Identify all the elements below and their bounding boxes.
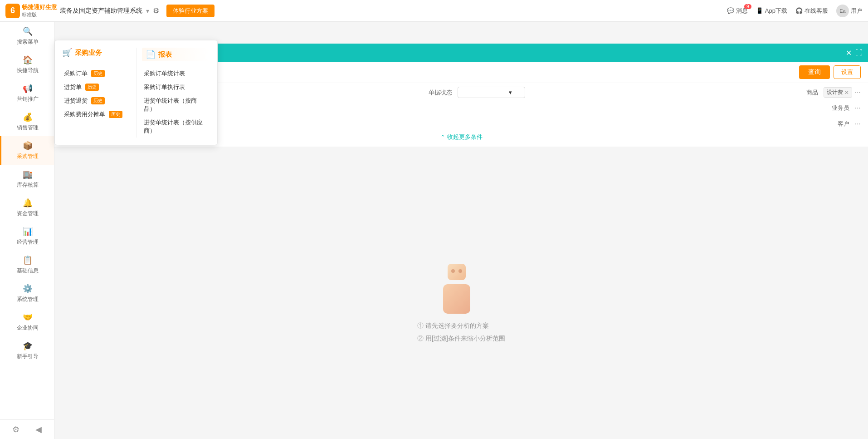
brand-name: 畅捷通好生意 — [22, 4, 57, 11]
dropdown-cols: 🛒 采购业务 采购订单 历史 进货单 历史 进货退货 历史 采购费用分摊单 历史 — [62, 48, 210, 138]
sidebar-bottom: ⚙ ◀ — [0, 419, 54, 439]
robot-eye-left — [451, 269, 455, 273]
phone-icon: 📱 — [756, 7, 763, 14]
sidebar-item-quick-nav[interactable]: 🏠 快捷导航 — [0, 50, 54, 79]
dropdown-item-report-3[interactable]: 进货单统计表（按供应商） — [142, 116, 210, 138]
sidebar-item-system[interactable]: ⚙️ 系统管理 — [0, 279, 54, 308]
collapse-up-icon: ⌃ — [440, 134, 445, 141]
doc-status-label: 单据状态 — [429, 89, 452, 97]
dropdown-menu: 🛒 采购业务 采购订单 历史 进货单 历史 进货退货 历史 采购费用分摊单 历史 — [54, 40, 218, 145]
empty-state: ① 请先选择要分析的方案 ② 用[过滤]条件来缩小分析范围 — [54, 147, 868, 439]
empty-illustration — [436, 264, 486, 314]
empty-hint-1: ① 请先选择要分析的方案 — [417, 319, 505, 332]
dropdown-item-purchase-receipt[interactable]: 进货单 历史 — [62, 80, 131, 94]
megaphone-icon: 📢 — [23, 84, 33, 94]
message-icon: 💬 — [727, 7, 734, 14]
bell-icon: 🔔 — [23, 198, 33, 208]
history-badge-1: 历史 — [85, 84, 99, 91]
robot-body — [443, 284, 470, 314]
sidebar-item-inventory[interactable]: 🏬 库存核算 — [0, 165, 54, 193]
system-settings-icon[interactable]: ⚙ — [153, 6, 159, 15]
chevron-down-icon: ▾ — [509, 89, 512, 96]
sidebar-item-operation[interactable]: 📊 经营管理 — [0, 222, 54, 251]
avatar: Ea — [836, 5, 849, 17]
goods-tag-close[interactable]: ✕ — [844, 89, 849, 96]
sidebar-item-purchase[interactable]: 📦 采购管理 — [0, 136, 54, 165]
bottom-settings-icon[interactable]: ⚙ — [12, 424, 20, 434]
logo-icon: 6 — [5, 4, 20, 18]
dropdown-col-purchase: 🛒 采购业务 采购订单 历史 进货单 历史 进货退货 历史 采购费用分摊单 历史 — [62, 48, 131, 138]
goods-tag: 设计费 ✕ — [824, 87, 852, 98]
robot-eye-right — [458, 269, 462, 273]
close-window-icon[interactable]: ✕ — [846, 49, 852, 57]
collapse-sidebar-icon[interactable]: ◀ — [35, 424, 42, 434]
dropdown-item-purchase-return[interactable]: 进货退货 历史 — [62, 94, 131, 108]
box-icon: 📦 — [23, 141, 33, 151]
robot-head — [448, 264, 466, 280]
maximize-icon[interactable]: ⛶ — [855, 49, 863, 57]
sidebar-item-marketing[interactable]: 📢 营销推广 — [0, 79, 54, 108]
dropdown-divider — [136, 48, 137, 138]
goods-label: 商品 — [806, 89, 818, 97]
dropdown-item-report-1[interactable]: 采购订单执行表 — [142, 80, 210, 94]
sidebar-item-finance[interactable]: 🔔 资金管理 — [0, 193, 54, 222]
empty-hints: ① 请先选择要分析的方案 ② 用[过滤]条件来缩小分析范围 — [417, 319, 505, 345]
messages-btn[interactable]: 💬 消息 9 — [727, 7, 748, 15]
system-name-area: 装备及固定资产辅助管理系统 ▾ ⚙ 体验行业方案 — [60, 5, 727, 17]
chart-icon: 📊 — [23, 227, 33, 237]
logo-area: 6 畅捷通好生意 标准版 — [5, 4, 60, 18]
brand-subtitle: 标准版 — [22, 11, 57, 18]
gear-icon: ⚙️ — [23, 284, 33, 294]
search-icon: 🔍 — [23, 26, 33, 36]
tabs-bar-right: ✕ ⛶ — [846, 49, 868, 57]
home-icon: 🏠 — [23, 55, 33, 65]
sidebar-item-search[interactable]: 🔍 搜索菜单 — [0, 22, 54, 50]
dropdown-item-report-0[interactable]: 采购订单统计表 — [142, 67, 210, 80]
graduate-icon: 🎓 — [23, 341, 33, 351]
online-service-btn[interactable]: 🎧 在线客服 — [795, 7, 828, 15]
system-name-label: 装备及固定资产辅助管理系统 — [60, 7, 142, 15]
sidebar-item-guide[interactable]: 🎓 新手引导 — [0, 336, 54, 365]
industry-button[interactable]: 体验行业方案 — [166, 5, 215, 17]
header-right: 💬 消息 9 📱 App下载 🎧 在线客服 Ea 用户 — [727, 5, 863, 17]
toolbar-right: 查询 设置 — [799, 65, 861, 79]
dropdown-col-report: 📄 报表 采购订单统计表 采购订单执行表 进货单统计表（按商品） 进货单统计表（… — [142, 48, 210, 138]
salesman-more-btn[interactable]: ··· — [855, 104, 861, 112]
customer-label: 客户 — [838, 120, 849, 128]
dropdown-item-report-2[interactable]: 进货单统计表（按商品） — [142, 94, 210, 116]
sidebar: 🔍 搜索菜单 🏠 快捷导航 📢 营销推广 💰 销售管理 📦 采购管理 🏬 库存核… — [0, 22, 54, 439]
app-download-btn[interactable]: 📱 App下载 — [756, 7, 787, 15]
report-col-title: 📄 报表 — [142, 48, 210, 61]
history-badge-3: 历史 — [109, 111, 122, 118]
warehouse-icon: 🏬 — [23, 169, 33, 179]
salesman-label: 业务员 — [832, 104, 849, 112]
dropdown-item-purchase-order[interactable]: 采购订单 历史 — [62, 67, 131, 80]
purchase-col-icon: 🛒 — [62, 48, 72, 58]
headset-icon: 🎧 — [795, 7, 803, 14]
purchase-col-title: 🛒 采购业务 — [62, 48, 131, 61]
goods-more-btn[interactable]: ··· — [855, 89, 861, 97]
top-header: 6 畅捷通好生意 标准版 装备及固定资产辅助管理系统 ▾ ⚙ 体验行业方案 💬 … — [0, 0, 868, 22]
user-menu-btn[interactable]: Ea 用户 — [836, 5, 863, 17]
doc-status-select[interactable]: ▾ — [458, 87, 525, 98]
empty-hint-2: ② 用[过滤]条件来缩小分析范围 — [417, 332, 505, 345]
settings-button[interactable]: 设置 — [834, 65, 861, 79]
query-button[interactable]: 查询 — [799, 65, 830, 79]
sidebar-item-sales[interactable]: 💰 销售管理 — [0, 108, 54, 136]
system-dropdown-icon[interactable]: ▾ — [146, 7, 149, 15]
report-col-icon: 📄 — [146, 49, 156, 59]
customer-more-btn[interactable]: ··· — [855, 120, 861, 128]
messages-badge: 9 — [744, 4, 751, 9]
sidebar-item-base-info[interactable]: 📋 基础信息 — [0, 251, 54, 279]
dropdown-item-purchase-expense[interactable]: 采购费用分摊单 历史 — [62, 108, 131, 121]
logo-text: 畅捷通好生意 标准版 — [22, 4, 57, 18]
sidebar-item-enterprise[interactable]: 🤝 企业协同 — [0, 308, 54, 336]
history-badge-2: 历史 — [91, 97, 105, 104]
history-badge-0: 历史 — [91, 70, 105, 77]
money-icon: 💰 — [23, 112, 33, 122]
handshake-icon: 🤝 — [23, 312, 33, 322]
clipboard-icon: 📋 — [23, 255, 33, 265]
